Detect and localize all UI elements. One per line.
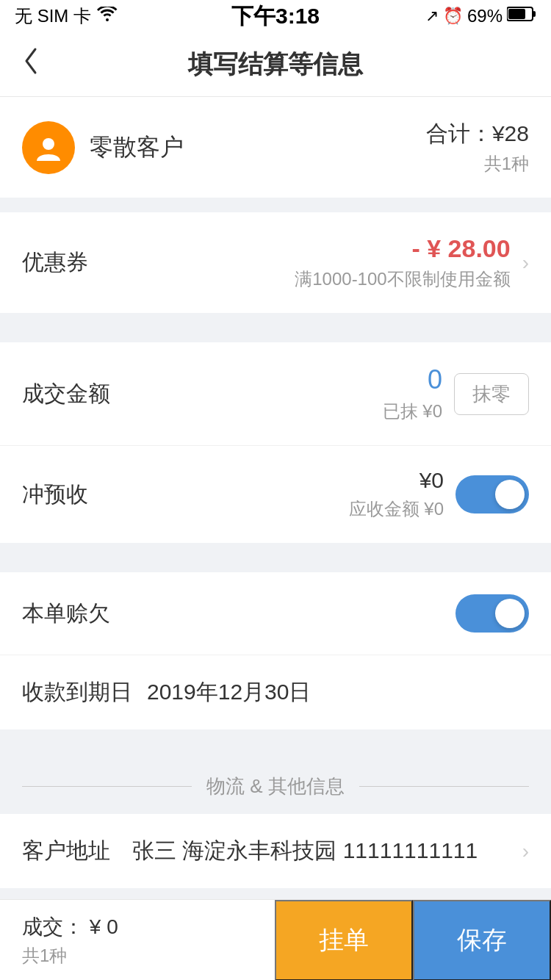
coupon-right: - ¥ 28.00 满1000-100不限制使用金额 › bbox=[295, 234, 529, 291]
advance-value: ¥0 bbox=[349, 468, 444, 493]
due-date-row[interactable]: 收款到期日 2019年12月30日 bbox=[0, 655, 551, 729]
page-title: 填写结算等信息 bbox=[188, 48, 363, 82]
advance-right: ¥0 应收金额 ¥0 bbox=[349, 468, 529, 521]
due-date-value: 2019年12月30日 bbox=[147, 677, 311, 707]
status-bar: 无 SIM 卡 下午3:18 ↗ ⏰ 69% bbox=[0, 0, 551, 32]
alarm-icon: ⏰ bbox=[443, 7, 463, 26]
bottom-bar: 成交： ¥ 0 共1种 挂单 保存 bbox=[0, 899, 551, 980]
deal-amount-section: 成交金额 0 已抹 ¥0 抹零 冲预收 ¥0 应收金额 ¥0 bbox=[0, 342, 551, 543]
svg-rect-2 bbox=[508, 9, 525, 19]
due-date-label: 收款到期日 bbox=[22, 677, 132, 707]
advance-toggle-knob bbox=[495, 480, 525, 509]
bottom-count: 共1种 bbox=[22, 944, 253, 968]
logistics-line-right bbox=[359, 786, 529, 787]
content: 零散客户 合计：¥28 共1种 优惠券 - ¥ 28.00 满1000-100不… bbox=[0, 97, 551, 980]
credit-toggle-knob bbox=[495, 599, 525, 628]
credit-toggle[interactable] bbox=[455, 594, 529, 633]
deal-amount-row: 成交金额 0 已抹 ¥0 抹零 bbox=[0, 342, 551, 446]
back-button[interactable] bbox=[22, 46, 40, 82]
logistics-title: 物流 & 其他信息 bbox=[206, 774, 345, 799]
no-sim-text: 无 SIM 卡 bbox=[15, 4, 91, 28]
divider-3 bbox=[0, 744, 551, 759]
deal-amount-right: 0 已抹 ¥0 抹零 bbox=[383, 364, 529, 423]
address-label: 客户地址 bbox=[22, 836, 110, 866]
save-button[interactable]: 保存 bbox=[413, 900, 551, 981]
coupon-row[interactable]: 优惠券 - ¥ 28.00 满1000-100不限制使用金额 › bbox=[0, 212, 551, 313]
logistics-line-left bbox=[22, 786, 192, 787]
coupon-value: - ¥ 28.00 bbox=[295, 234, 510, 263]
wifi-icon bbox=[97, 7, 118, 26]
customer-avatar bbox=[22, 121, 75, 174]
credit-right bbox=[455, 594, 529, 633]
status-right: ↗ ⏰ 69% bbox=[425, 6, 536, 26]
nav-bar: 填写结算等信息 bbox=[0, 32, 551, 97]
bottom-summary: 成交： ¥ 0 共1种 bbox=[0, 913, 275, 968]
credit-label: 本单赊欠 bbox=[22, 599, 110, 629]
svg-point-3 bbox=[43, 138, 54, 150]
coupon-label: 优惠券 bbox=[22, 248, 88, 278]
battery-text: 69% bbox=[467, 6, 503, 26]
hang-button[interactable]: 挂单 bbox=[275, 900, 413, 981]
location-icon: ↗ bbox=[425, 7, 439, 26]
address-chevron: › bbox=[522, 840, 529, 863]
customer-count: 共1种 bbox=[426, 152, 529, 176]
bottom-deal-value: ¥ 0 bbox=[90, 915, 118, 938]
customer-left: 零散客户 bbox=[22, 121, 184, 174]
bottom-deal-label: 成交： bbox=[22, 915, 84, 938]
status-time: 下午3:18 bbox=[231, 1, 320, 32]
customer-section: 零散客户 合计：¥28 共1种 bbox=[0, 97, 551, 198]
advance-toggle[interactable] bbox=[455, 475, 529, 514]
deal-amount-sub: 已抹 ¥0 bbox=[383, 400, 442, 423]
bottom-deal-text: 成交： ¥ 0 bbox=[22, 913, 253, 941]
customer-name: 零散客户 bbox=[90, 131, 184, 164]
credit-section: 本单赊欠 收款到期日 2019年12月30日 bbox=[0, 572, 551, 729]
status-left: 无 SIM 卡 bbox=[15, 4, 118, 28]
divider-2 bbox=[0, 558, 551, 572]
advance-sub: 应收金额 ¥0 bbox=[349, 497, 444, 521]
coupon-section: 优惠券 - ¥ 28.00 满1000-100不限制使用金额 › bbox=[0, 212, 551, 313]
customer-row[interactable]: 零散客户 合计：¥28 共1种 bbox=[0, 97, 551, 198]
deal-amount-label: 成交金额 bbox=[22, 379, 110, 409]
customer-total: 合计：¥28 bbox=[426, 119, 529, 149]
svg-rect-1 bbox=[533, 11, 536, 17]
battery-icon bbox=[507, 6, 536, 26]
credit-row: 本单赊欠 bbox=[0, 572, 551, 655]
round-zero-button[interactable]: 抹零 bbox=[454, 373, 529, 415]
address-value: 张三 海淀永丰科技园 11111111111 bbox=[132, 836, 500, 866]
advance-label: 冲预收 bbox=[22, 480, 88, 510]
advance-row: 冲预收 ¥0 应收金额 ¥0 bbox=[0, 446, 551, 543]
customer-summary: 合计：¥28 共1种 bbox=[426, 119, 529, 176]
address-section: 客户地址 张三 海淀永丰科技园 11111111111 › bbox=[0, 814, 551, 888]
divider-1 bbox=[0, 328, 551, 342]
coupon-chevron: › bbox=[522, 251, 529, 275]
logistics-header: 物流 & 其他信息 bbox=[0, 759, 551, 814]
address-row[interactable]: 客户地址 张三 海淀永丰科技园 11111111111 › bbox=[0, 814, 551, 888]
deal-amount-value: 0 bbox=[383, 364, 442, 395]
coupon-sub: 满1000-100不限制使用金额 bbox=[295, 267, 510, 291]
